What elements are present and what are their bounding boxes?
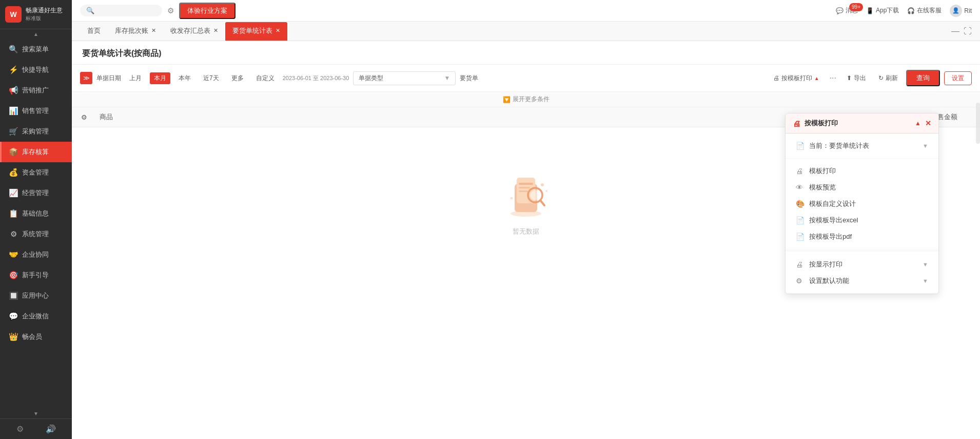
expand-more-row[interactable]: 🔽 展开更多条件	[72, 92, 980, 107]
dp-current-item[interactable]: 📄 当前：要货单统计表 ▼	[793, 138, 931, 154]
export-excel-icon: 📄	[796, 216, 805, 224]
inventory-icon: 📦	[9, 147, 18, 157]
dp-current-section: 📄 当前：要货单统计表 ▼	[786, 133, 938, 159]
refresh-icon: ↻	[878, 74, 884, 82]
svg-point-10	[545, 190, 547, 192]
guide-icon: 🎯	[9, 271, 18, 280]
gear-icon[interactable]: ⚙	[167, 6, 174, 15]
sidebar-item-purchase[interactable]: 🛒 采购管理	[0, 121, 72, 142]
close-receipt-icon[interactable]: ✕	[213, 27, 218, 34]
dp-export-excel[interactable]: 📄 按模板导出excel	[793, 212, 931, 228]
date-this-year[interactable]: 本年	[174, 72, 195, 84]
dp-display-print[interactable]: 🖨 按显示打印 ▼	[793, 256, 931, 273]
sidebar-item-sales[interactable]: 📊 销售管理	[0, 101, 72, 121]
dp-template-print[interactable]: 🖨 模板打印	[793, 163, 931, 179]
sidebar-item-collab[interactable]: 🤝 企业协同	[0, 244, 72, 265]
toolbar-row1: ≫ 单据日期 上月 本月 本年 近7天 更多 自定义 2023-06-01 至 …	[72, 65, 980, 92]
minimize-icon[interactable]: —	[951, 27, 959, 36]
svg-rect-5	[519, 190, 528, 192]
dp-template-preview[interactable]: 👁 模板预览	[793, 179, 931, 196]
print-template-button[interactable]: 🖨 按模板打印 ▲	[769, 72, 824, 85]
maximize-icon[interactable]: ⛶	[964, 27, 972, 36]
message-badge: 99	[849, 3, 863, 11]
order-type-arrow-icon: ▼	[444, 74, 450, 82]
sidebar-item-basics[interactable]: 📋 基础信息	[0, 203, 72, 224]
more-options-icon[interactable]: ···	[828, 71, 838, 85]
date-7days[interactable]: 近7天	[199, 72, 223, 84]
main-area: 🔍 ⚙ 体验行业方案 💬 消息 99 📱 App下载 🎧 在线客服 👤 Rit	[72, 0, 980, 439]
close-order-icon[interactable]: ✕	[276, 27, 280, 34]
close-batch-icon[interactable]: ✕	[151, 27, 156, 34]
display-print-arrow-icon: ▼	[923, 261, 928, 268]
template-design-icon: 🎨	[796, 200, 805, 208]
settings-bottom-icon[interactable]: ⚙	[16, 424, 24, 434]
message-button[interactable]: 💬 消息 99	[836, 6, 858, 15]
logo-icon: W	[5, 6, 22, 23]
dp-template-design[interactable]: 🎨 模板自定义设计	[793, 196, 931, 212]
sidebar-item-operations[interactable]: 📈 经营管理	[0, 183, 72, 203]
dp-export-pdf[interactable]: 📄 按模板导出pdf	[793, 228, 931, 245]
topbar-right: 💬 消息 99 📱 App下载 🎧 在线客服 👤 Rit	[836, 5, 972, 17]
sales-icon: 📊	[9, 106, 18, 116]
topbar-search-box[interactable]: 🔍	[80, 5, 162, 16]
set-default-icon: ⚙	[796, 277, 805, 285]
sidebar-item-search[interactable]: 🔍 搜索菜单	[0, 39, 72, 60]
date-label: 单据日期	[96, 74, 121, 83]
dp-display-section: 🖨 按显示打印 ▼ ⚙ 设置默认功能 ▼	[786, 252, 938, 294]
search-input[interactable]	[97, 7, 149, 14]
sidebar-item-apps[interactable]: 🔲 应用中心	[0, 285, 72, 306]
tab-batch[interactable]: 库存批次账 ✕	[108, 22, 163, 41]
sidebar-item-guide[interactable]: 🎯 新手引导	[0, 265, 72, 285]
printer-icon: 🖨	[773, 74, 779, 82]
sidebar-item-wechat[interactable]: 💬 企业微信	[0, 306, 72, 327]
date-this-month[interactable]: 本月	[150, 72, 170, 84]
expand-button[interactable]: ≫	[80, 72, 92, 84]
empty-illustration	[500, 168, 552, 220]
col-settings[interactable]: ⚙	[77, 108, 95, 126]
sidebar-item-marketing[interactable]: 📢 营销推广	[0, 80, 72, 101]
trial-button[interactable]: 体验行业方案	[179, 3, 236, 19]
dropdown-close-icon[interactable]: ✕	[925, 119, 931, 127]
date-custom[interactable]: 自定义	[252, 72, 279, 84]
message-icon: 💬	[836, 7, 844, 14]
order-type-select[interactable]: 单据类型 ▼	[353, 71, 456, 85]
order-type-label: 单据类型	[359, 74, 383, 83]
dropdown-divider	[786, 251, 938, 251]
template-preview-icon: 👁	[796, 183, 805, 192]
date-range-text: 2023-06-01 至 2023-06-30	[283, 74, 349, 82]
print-arrow-icon: ▲	[814, 75, 819, 81]
sidebar-item-inventory[interactable]: 📦 库存核算	[0, 142, 72, 162]
date-last-month[interactable]: 上月	[125, 72, 146, 84]
settings-button[interactable]: 设置	[944, 71, 972, 85]
dp-items-section: 🖨 模板打印 👁 模板预览 🎨 模板自定义设计 📄 按模板导出excel 📄	[786, 159, 938, 250]
date-more[interactable]: 更多	[227, 72, 248, 84]
sidebar-item-member[interactable]: 👑 畅会员	[0, 327, 72, 347]
search-icon: 🔍	[86, 7, 94, 14]
tab-order[interactable]: 要货单统计表 ✕	[225, 22, 287, 41]
dp-set-default[interactable]: ⚙ 设置默认功能 ▼	[793, 273, 931, 289]
user-avatar[interactable]: 👤 Rit	[950, 5, 972, 17]
query-button[interactable]: 查询	[906, 70, 940, 86]
marketing-icon: 📢	[9, 86, 18, 95]
scroll-up-btn[interactable]: ▲	[0, 29, 72, 39]
sidebar-item-finance[interactable]: 💰 资金管理	[0, 162, 72, 183]
service-button[interactable]: 🎧 在线客服	[907, 6, 942, 15]
dropdown-arrow-icon[interactable]: ▲	[915, 120, 921, 127]
app-download-button[interactable]: 📱 App下载	[866, 6, 899, 15]
scrollbar-indicator[interactable]	[976, 103, 980, 144]
refresh-button[interactable]: ↻ 刷新	[874, 72, 902, 85]
shortcut-icon: ⚡	[9, 65, 18, 74]
col-goods: 商品	[95, 107, 811, 127]
tab-receipt[interactable]: 收发存汇总表 ✕	[163, 22, 225, 41]
svg-point-11	[511, 197, 513, 200]
wechat-icon: 💬	[9, 312, 18, 321]
window-controls: — ⛶	[951, 27, 972, 36]
scroll-down-btn[interactable]: ▼	[0, 409, 72, 418]
sound-bottom-icon[interactable]: 🔊	[46, 424, 56, 434]
tab-home[interactable]: 首页	[80, 22, 108, 41]
toolbar-right: 🖨 按模板打印 ▲ ··· ⬆ 导出 ↻ 刷新 查询 设置	[769, 70, 972, 86]
sidebar-item-shortcut[interactable]: ⚡ 快捷导航	[0, 60, 72, 80]
export-button[interactable]: ⬆ 导出	[842, 72, 870, 85]
sidebar-item-system[interactable]: ⚙ 系统管理	[0, 224, 72, 244]
empty-text: 暂无数据	[513, 227, 539, 236]
